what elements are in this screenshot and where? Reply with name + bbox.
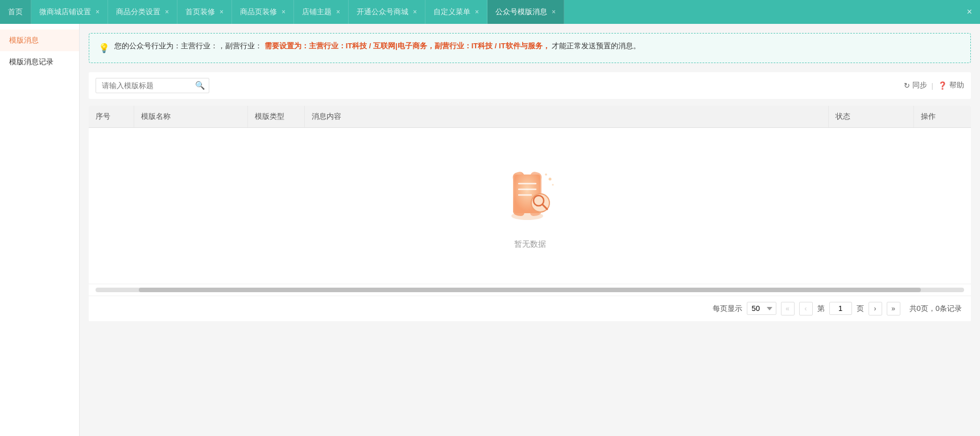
product-decor-tab-label: 商品页装修 <box>240 7 277 17</box>
open-shop-tab-label: 开通公众号商城 <box>357 7 408 17</box>
empty-state: 暂无数据 <box>89 128 971 284</box>
svg-point-8 <box>548 177 551 180</box>
sidebar-item-template-msg-log-label: 模版消息记录 <box>9 57 53 66</box>
th-status: 状态 <box>829 106 914 127</box>
content-area: 💡 您的公众号行业为：主营行业：，副营行业： 需要设置为：主营行业：IT科技 /… <box>80 24 980 436</box>
per-page-select[interactable]: 50 10 20 100 <box>747 302 776 315</box>
divider: | <box>932 81 933 90</box>
th-content: 消息内容 <box>305 106 829 127</box>
th-ops: 操作 <box>914 106 971 127</box>
micro-shop-tab-label: 微商城店铺设置 <box>39 7 91 17</box>
svg-point-10 <box>545 173 547 176</box>
search-icon: 🔍 <box>195 81 205 90</box>
main-layout: 模版消息 模版消息记录 💡 您的公众号行业为：主营行业：，副营行业： 需要设置为… <box>0 24 980 436</box>
home-tab-label: 首页 <box>8 7 23 17</box>
next-page-icon: › <box>874 305 876 313</box>
notice-icon: 💡 <box>98 41 110 56</box>
micro-shop-close-icon[interactable]: × <box>96 8 100 16</box>
page-label: 第 <box>817 304 825 314</box>
scrollbar-thumb[interactable] <box>139 288 920 292</box>
notice-box: 💡 您的公众号行业为：主营行业：，副营行业： 需要设置为：主营行业：IT科技 /… <box>89 33 971 63</box>
per-page-label: 每页显示 <box>713 304 742 314</box>
template-msg-tab-label: 公众号模版消息 <box>495 7 547 17</box>
th-seq: 序号 <box>89 106 134 127</box>
help-icon: ❓ <box>938 81 947 90</box>
nav-tab-home-decor[interactable]: 首页装修 × <box>177 0 232 24</box>
product-category-close-icon[interactable]: × <box>165 8 169 16</box>
help-button[interactable]: ❓ 帮助 <box>938 80 964 90</box>
shop-theme-tab-label: 店铺主题 <box>302 7 332 17</box>
close-all-button[interactable]: × <box>959 7 980 17</box>
search-button[interactable]: 🔍 <box>195 81 205 90</box>
open-shop-close-icon[interactable]: × <box>413 8 417 16</box>
sync-label: 同步 <box>912 80 927 90</box>
notice-suffix: 才能正常发送预置的消息。 <box>552 41 640 50</box>
page-unit: 页 <box>857 304 864 314</box>
th-name: 模版名称 <box>134 106 248 127</box>
svg-point-9 <box>552 184 553 185</box>
nav-tab-product-category[interactable]: 商品分类设置 × <box>108 0 177 24</box>
sidebar: 模版消息 模版消息记录 <box>0 24 80 436</box>
custom-menu-close-icon[interactable]: × <box>475 8 479 16</box>
custom-menu-tab-label: 自定义菜单 <box>433 7 470 17</box>
next-page-button[interactable]: › <box>869 302 882 315</box>
home-decor-close-icon[interactable]: × <box>220 8 224 16</box>
sidebar-item-template-msg-label: 模版消息 <box>9 36 39 44</box>
first-page-icon: « <box>785 305 789 313</box>
last-page-button[interactable]: » <box>887 302 900 315</box>
nav-tab-template-msg[interactable]: 公众号模版消息 × <box>487 0 564 24</box>
notice-highlight: 需要设置为：主营行业：IT科技 / 互联网|电子商务，副营行业：IT科技 / I… <box>264 41 550 50</box>
template-msg-close-icon[interactable]: × <box>552 8 556 16</box>
empty-illustration <box>496 162 564 230</box>
sync-button[interactable]: ↻ 同步 <box>904 80 927 90</box>
empty-text: 暂无数据 <box>514 239 546 250</box>
search-input[interactable] <box>96 78 209 93</box>
nav-tab-home[interactable]: 首页 <box>0 0 31 24</box>
th-type: 模版类型 <box>248 106 305 127</box>
fake-scrollbar[interactable] <box>96 288 964 292</box>
notice-prefix: 您的公众号行业为：主营行业：，副营行业： <box>114 41 262 50</box>
table-header: 序号 模版名称 模版类型 消息内容 状态 操作 <box>89 106 971 128</box>
last-page-icon: » <box>891 305 895 313</box>
nav-tab-micro-shop[interactable]: 微商城店铺设置 × <box>31 0 108 24</box>
product-category-tab-label: 商品分类设置 <box>116 7 160 17</box>
nav-tab-product-decor[interactable]: 商品页装修 × <box>232 0 294 24</box>
toolbar: 🔍 ↻ 同步 | ❓ 帮助 <box>89 72 971 99</box>
sidebar-item-template-msg[interactable]: 模版消息 <box>0 30 79 51</box>
notice-text: 您的公众号行业为：主营行业：，副营行业： 需要设置为：主营行业：IT科技 / 互… <box>114 40 640 52</box>
first-page-button[interactable]: « <box>781 302 795 315</box>
total-info: 共0页，0条记录 <box>909 304 962 314</box>
pagination: 每页显示 50 10 20 100 « ‹ 第 页 › <box>89 296 971 321</box>
help-label: 帮助 <box>949 80 964 90</box>
nav-tab-shop-theme[interactable]: 店铺主题 × <box>294 0 349 24</box>
top-nav: 首页 微商城店铺设置 × 商品分类设置 × 首页装修 × 商品页装修 × 店铺主… <box>0 0 980 24</box>
search-input-wrap: 🔍 <box>96 78 209 93</box>
home-decor-tab-label: 首页装修 <box>185 7 215 17</box>
refresh-icon: ↻ <box>904 81 910 90</box>
scrollbar-area <box>89 284 971 296</box>
shop-theme-close-icon[interactable]: × <box>336 8 340 16</box>
prev-page-button[interactable]: ‹ <box>799 302 813 315</box>
toolbar-actions: ↻ 同步 | ❓ 帮助 <box>904 80 964 90</box>
page-input[interactable] <box>829 302 852 315</box>
prev-page-icon: ‹ <box>805 305 807 313</box>
product-decor-close-icon[interactable]: × <box>282 8 286 16</box>
sidebar-item-template-msg-log[interactable]: 模版消息记录 <box>0 51 79 73</box>
table-wrap: 序号 模版名称 模版类型 消息内容 状态 操作 <box>89 106 971 321</box>
nav-tab-custom-menu[interactable]: 自定义菜单 × <box>425 0 487 24</box>
nav-tab-open-shop[interactable]: 开通公众号商城 × <box>349 0 425 24</box>
